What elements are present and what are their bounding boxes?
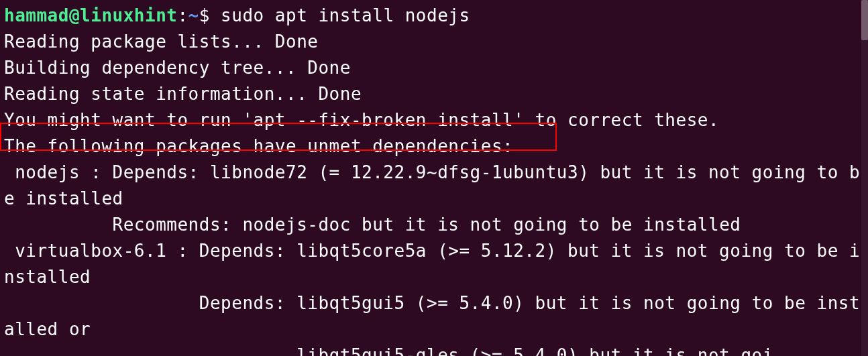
prompt-user-host: hammad@linuxhint	[4, 5, 177, 25]
output-nodejs-depends: nodejs : Depends: libnode72 (= 12.22.9~d…	[4, 160, 864, 212]
output-reading-state: Reading state information... Done	[4, 81, 864, 107]
output-virtualbox-depends3: libqt5gui5-gles (>= 5.4.0) but it is not…	[4, 343, 864, 356]
output-fix-broken-hint: You might want to run 'apt --fix-broken …	[4, 107, 864, 133]
terminal-prompt-line: hammad@linuxhint:~$ sudo apt install nod…	[4, 3, 864, 29]
command-input[interactable]: sudo apt install nodejs	[221, 5, 470, 25]
output-virtualbox-depends1: virtualbox-6.1 : Depends: libqt5core5a (…	[4, 238, 864, 290]
output-building-tree: Building dependency tree... Done	[4, 55, 864, 81]
scrollbar-track[interactable]	[861, 0, 868, 356]
prompt-colon: :	[177, 5, 188, 25]
output-unmet-deps-header: The following packages have unmet depend…	[4, 133, 864, 160]
output-nodejs-recommends: Recommends: nodejs-doc but it is not goi…	[4, 212, 864, 238]
output-virtualbox-depends2: Depends: libqt5gui5 (>= 5.4.0) but it is…	[4, 290, 864, 343]
output-reading-lists: Reading package lists... Done	[4, 29, 864, 55]
prompt-path: ~	[188, 5, 199, 25]
prompt-symbol: $	[199, 5, 221, 25]
scrollbar-thumb[interactable]	[861, 0, 868, 40]
